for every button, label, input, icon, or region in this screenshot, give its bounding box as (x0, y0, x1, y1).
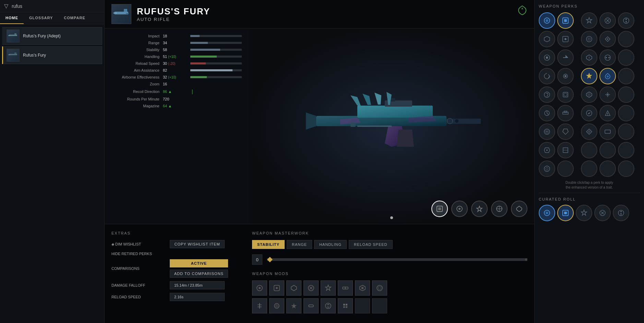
perk-icon-3[interactable] (491, 201, 508, 217)
perk-cell-2-4[interactable] (599, 31, 616, 47)
mod-slot-9[interactable] (252, 298, 267, 313)
stat-handling: Handling 51 (+10) (111, 55, 242, 59)
mod-slot-13[interactable] (321, 298, 336, 313)
perk-cell-4-3[interactable] (581, 68, 597, 84)
nav-glossary[interactable]: GLOSSARY (24, 12, 58, 24)
mod-slot-3[interactable] (286, 280, 301, 296)
active-btn[interactable]: ACTIVE (170, 259, 228, 267)
add-comparisons-btn[interactable]: ADD TO COMPARISONS (170, 270, 228, 278)
copy-wishlist-btn[interactable]: COPY WISHLIST ITEM (170, 240, 225, 248)
perk-cell-6-5[interactable] (618, 105, 634, 121)
perk-cell-3-5[interactable] (618, 49, 634, 66)
curated-perk-3[interactable] (576, 205, 592, 221)
perk-cell-2-5[interactable] (618, 31, 634, 47)
perk-cell-7-3[interactable] (581, 123, 597, 140)
perk-icon-4[interactable] (511, 201, 527, 217)
curated-perk-5[interactable] (613, 205, 629, 221)
perk-cell-5-2[interactable] (557, 86, 574, 103)
perk-cell-7-5[interactable] (618, 123, 634, 140)
nav-compare[interactable]: COMPARE (58, 12, 91, 24)
masterwork-slider[interactable] (267, 258, 527, 261)
perk-cell-6-3[interactable] (581, 105, 597, 121)
perk-cell-9-3[interactable] (581, 160, 597, 177)
perk-cell-1-5[interactable] (618, 12, 634, 29)
perk-cell-9-1[interactable] (539, 160, 555, 177)
svg-rect-88 (564, 111, 567, 112)
weapon-3d-view (289, 75, 494, 178)
mw-tab-range[interactable]: RANGE (287, 240, 312, 249)
mod-slot-7[interactable] (355, 280, 370, 296)
mod-slot-16[interactable] (372, 298, 387, 313)
mod-slot-2[interactable] (269, 280, 284, 296)
mw-tab-handling[interactable]: HANDLING (314, 240, 347, 249)
mod-slot-14[interactable] (338, 298, 353, 313)
perk-cell-1-4[interactable] (599, 12, 616, 29)
perk-cell-8-3[interactable] (581, 142, 597, 158)
sidebar-search-input[interactable]: rufus (12, 3, 22, 9)
svg-point-30 (276, 287, 278, 289)
perk-cell-6-1[interactable] (539, 105, 555, 121)
perk-cell-2-1[interactable] (539, 31, 555, 47)
perk-cell-6-4[interactable] (599, 105, 616, 121)
perk-cell-4-2[interactable] (557, 68, 574, 84)
mod-slot-4[interactable] (303, 280, 319, 296)
perk-cell-3-1[interactable] (539, 49, 555, 66)
curated-perk-1[interactable] (539, 205, 555, 221)
mod-slot-8[interactable] (372, 280, 387, 296)
perk-cell-9-2[interactable] (557, 160, 574, 177)
perk-cell-1-1[interactable] (539, 12, 555, 29)
perk-cell-5-5[interactable] (618, 86, 634, 103)
mod-slot-10[interactable] (269, 298, 284, 313)
perk-icon-1[interactable] (451, 201, 468, 217)
perk-cell-3-4[interactable] (599, 49, 616, 66)
perk-cell-3-2[interactable] (557, 49, 574, 66)
perk-cell-2-3[interactable] (581, 31, 597, 47)
perk-cell-7-4[interactable] (599, 123, 616, 140)
mod-slot-6[interactable] (338, 280, 353, 296)
extras-reload-label: RELOAD SPEED (111, 295, 166, 299)
weapon-item-adept[interactable]: Rufus's Fury (Adept) (2, 27, 102, 45)
perk-cell-2-2[interactable] (557, 31, 574, 47)
perk-cell-8-2[interactable] (557, 142, 574, 158)
perk-cell-1-2[interactable] (557, 12, 574, 29)
svg-point-17 (447, 118, 453, 124)
perk-cell-9-4[interactable] (599, 160, 616, 177)
mod-slot-15[interactable] (355, 298, 370, 313)
svg-rect-11 (357, 106, 433, 118)
svg-point-66 (586, 36, 592, 42)
perk-cell-7-1[interactable] (539, 123, 555, 140)
perk-cell-5-3[interactable] (581, 86, 597, 103)
svg-point-28 (259, 287, 261, 289)
perk-cell-6-2[interactable] (557, 105, 574, 121)
perk-cell-8-5[interactable] (618, 142, 634, 158)
perk-cell-5-1[interactable] (539, 86, 555, 103)
perk-cell-4-1[interactable] (539, 68, 555, 84)
perk-cell-9-5[interactable] (618, 160, 634, 177)
perk-cell-3-3[interactable] (581, 49, 597, 66)
curated-perk-2[interactable] (557, 205, 574, 221)
perk-icon-0[interactable] (431, 201, 448, 217)
stat-value-aim: 82 (163, 68, 187, 72)
mod-slot-12[interactable] (303, 298, 319, 313)
mod-slot-1[interactable] (252, 280, 267, 296)
perk-cell-4-4[interactable] (599, 68, 616, 84)
perk-icon-2[interactable] (471, 201, 488, 217)
nav-home[interactable]: HOME (0, 12, 24, 24)
mw-tab-reload[interactable]: RELOAD SPEED (349, 240, 393, 249)
svg-rect-9 (126, 13, 129, 14)
mod-slot-5[interactable] (321, 280, 336, 296)
perk-cell-8-1[interactable] (539, 142, 555, 158)
perk-cell-1-3[interactable] (581, 12, 597, 29)
mod-slot-11[interactable] (286, 298, 301, 313)
perk-cell-7-2[interactable] (557, 123, 574, 140)
mw-tab-stability[interactable]: STABILITY (252, 240, 285, 249)
weapon-item-base[interactable]: Rufus's Fury (2, 46, 102, 64)
stat-airborne: Airborne Effectiveness 32 (+10) (111, 75, 242, 79)
svg-point-75 (606, 57, 607, 58)
perk-cell-5-4[interactable] (599, 86, 616, 103)
curated-perk-4[interactable] (594, 205, 611, 221)
svg-point-100 (546, 212, 548, 214)
perk-cell-8-4[interactable] (599, 142, 616, 158)
svg-rect-5 (8, 55, 10, 55)
perk-cell-4-5[interactable] (618, 68, 634, 84)
